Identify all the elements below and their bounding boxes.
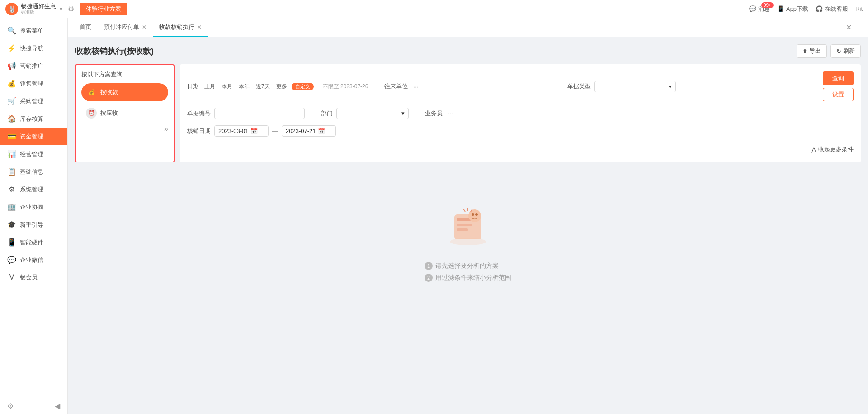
empty-tip-1: 1 请先选择要分析的方案 (425, 262, 511, 270)
tip-num-2: 2 (425, 274, 433, 282)
tab-expand-button[interactable]: ⛶ (855, 24, 863, 32)
solution-button[interactable]: 体验行业方案 (80, 3, 127, 15)
sidebar-item-purchase[interactable]: 🛒 采购管理 (0, 92, 67, 110)
dropdown-arrow-icon[interactable]: ▾ (60, 6, 62, 12)
refresh-label: 刷新 (843, 47, 855, 55)
customer-service-item[interactable]: 🎧 在线客服 (816, 5, 848, 13)
doc-type-field: 单据类型 ▾ (567, 81, 676, 92)
sidebar-item-enterprise[interactable]: 🏢 企业协同 (0, 198, 67, 216)
refresh-button[interactable]: ↻ 刷新 (830, 44, 861, 58)
tip-text-1: 请先选择要分析的方案 (435, 262, 499, 270)
settings-icon[interactable]: ⚙ (68, 5, 74, 13)
quick-icon: ⚡ (7, 44, 16, 52)
marketing-icon: 📢 (7, 62, 16, 70)
receivable-option-label: 按应收 (100, 109, 118, 117)
sidebar-item-hardware[interactable]: 📱 智能硬件 (0, 233, 67, 251)
user-name[interactable]: Rit (855, 5, 863, 12)
filter-option-receivable[interactable]: ⏰ 按应收 (81, 104, 168, 122)
message-item[interactable]: 💬 消息 99+ (749, 5, 770, 13)
query-button[interactable]: 查询 (823, 71, 854, 85)
export-label: 导出 (809, 47, 821, 55)
sidebar-label-purchase: 采购管理 (20, 97, 43, 105)
tab-home[interactable]: 首页 (73, 18, 98, 37)
doc-type-select[interactable]: ▾ (594, 81, 676, 92)
shortcut-last-month[interactable]: 上月 (203, 82, 217, 91)
tab-close-all-button[interactable]: ✕ (846, 23, 852, 32)
hardware-icon: 📱 (7, 238, 16, 247)
collapse-more-button[interactable]: ⋀ 收起更多条件 (187, 143, 854, 155)
doc-number-input[interactable] (214, 108, 305, 119)
bottom-settings-icon[interactable]: ⚙ (7, 402, 14, 410)
tab-home-label: 首页 (80, 23, 91, 31)
sidebar-item-member[interactable]: V 畅会员 (0, 269, 67, 286)
sidebar-label-quick: 快捷导航 (20, 44, 43, 52)
sidebar-item-finance[interactable]: 💳 资金管理 (0, 128, 67, 145)
sidebar-item-basic[interactable]: 📋 基础信息 (0, 163, 67, 181)
sidebar-label-enterprise: 企业协同 (20, 203, 43, 211)
tab-prepay-label: 预付冲应付单 (104, 23, 139, 31)
custom-date-tag[interactable]: 自定义 (292, 83, 314, 90)
topbar-right: 💬 消息 99+ 📱 App下载 🎧 在线客服 Rit (749, 5, 863, 13)
sidebar-item-sales[interactable]: 💰 销售管理 (0, 75, 67, 92)
finance-icon: 💳 (7, 132, 16, 141)
empty-illustration (441, 199, 495, 253)
counterparty-label: 往来单位 (384, 82, 408, 90)
verif-date-start-value: 2023-03-01 (218, 128, 249, 134)
tab-prepay-close-icon[interactable]: ✕ (142, 24, 146, 30)
receipt-option-icon: 💰 (86, 87, 97, 98)
sidebar-label-inventory: 库存核算 (20, 115, 43, 123)
sidebar-item-search[interactable]: 🔍 搜索菜单 (0, 22, 67, 39)
brand-name: 畅捷通好生意 (21, 3, 56, 10)
sidebar-item-wechat[interactable]: 💬 企业微信 (0, 251, 67, 269)
collapse-label: 收起更多条件 (818, 145, 854, 153)
sidebar-item-guide[interactable]: 🎓 新手引导 (0, 216, 67, 233)
basic-icon: 📋 (7, 167, 16, 176)
tip-text-2: 用过滤条件来缩小分析范围 (435, 274, 511, 282)
sidebar-item-inventory[interactable]: 🏠 库存核算 (0, 110, 67, 128)
tabs-actions: ✕ ⛶ (846, 23, 863, 32)
shortcut-this-year[interactable]: 本年 (237, 82, 251, 91)
filter-panel-title: 按以下方案查询 (81, 71, 168, 79)
calendar-start-icon: 📅 (250, 128, 258, 134)
sidebar-label-sales: 销售管理 (20, 80, 43, 88)
wechat-icon: 💬 (7, 256, 16, 264)
svg-point-5 (468, 209, 481, 222)
filter-collapse-button[interactable]: » (81, 125, 168, 133)
setting-button[interactable]: 设置 (823, 88, 854, 101)
main-layout: 🔍 搜索菜单 ⚡ 快捷导航 📢 营销推广 💰 销售管理 🛒 采购管理 🏠 (0, 18, 868, 414)
shortcut-more[interactable]: 更多 (274, 82, 289, 91)
sidebar-label-guide: 新手引导 (20, 221, 43, 229)
department-select[interactable]: ▾ (336, 108, 409, 119)
sidebar-item-system[interactable]: ⚙ 系统管理 (0, 181, 67, 198)
filter-left-panel: 按以下方案查询 💰 按收款 ⏰ 按应收 » (75, 64, 175, 162)
topbar: 🐰 畅捷通好生意 标准版 ▾ ⚙ 体验行业方案 💬 消息 99+ 📱 App下载… (0, 0, 868, 18)
system-icon: ⚙ (7, 185, 16, 194)
date-shortcuts: 上月 本月 本年 近7天 更多 自定义 (203, 82, 314, 91)
counterparty-ellipsis[interactable]: ··· (411, 83, 420, 90)
tabs-bar: 首页 预付冲应付单 ✕ 收款核销执行 ✕ ✕ ⛶ (68, 18, 868, 37)
sidebar-item-marketing[interactable]: 📢 营销推广 (0, 57, 67, 75)
doc-number-label: 单据编号 (187, 109, 211, 118)
brand: 畅捷通好生意 标准版 (21, 3, 56, 15)
inventory-icon: 🏠 (7, 114, 16, 123)
sidebar-collapse-button[interactable]: ◀ (55, 402, 60, 410)
filter-row-2: 单据编号 部门 ▾ 业务员 ··· (187, 108, 854, 119)
sidebar-item-quick[interactable]: ⚡ 快捷导航 (0, 39, 67, 57)
calendar-end-icon: 📅 (318, 128, 325, 134)
export-button[interactable]: ⬆ 导出 (797, 44, 827, 58)
page-header: 收款核销执行(按收款) ⬆ 导出 ↻ 刷新 (75, 44, 861, 58)
app-download-item[interactable]: 📱 App下载 (777, 5, 808, 13)
filter-option-receipt[interactable]: 💰 按收款 (81, 83, 168, 101)
doc-number-field: 单据编号 (187, 108, 305, 119)
sidebar-item-operations[interactable]: 📊 经营管理 (0, 145, 67, 163)
tab-receipt[interactable]: 收款核销执行 ✕ (153, 18, 208, 37)
enterprise-icon: 🏢 (7, 203, 16, 211)
tab-receipt-close-icon[interactable]: ✕ (197, 24, 202, 30)
verif-date-end-input[interactable]: 2023-07-21 📅 (282, 125, 336, 137)
shortcut-this-month[interactable]: 本月 (220, 82, 234, 91)
doc-type-label: 单据类型 (567, 82, 591, 90)
employee-ellipsis[interactable]: ··· (446, 110, 455, 117)
tab-prepay[interactable]: 预付冲应付单 ✕ (98, 18, 153, 37)
verif-date-start-input[interactable]: 2023-03-01 📅 (214, 125, 269, 137)
shortcut-7days[interactable]: 近7天 (254, 82, 272, 91)
